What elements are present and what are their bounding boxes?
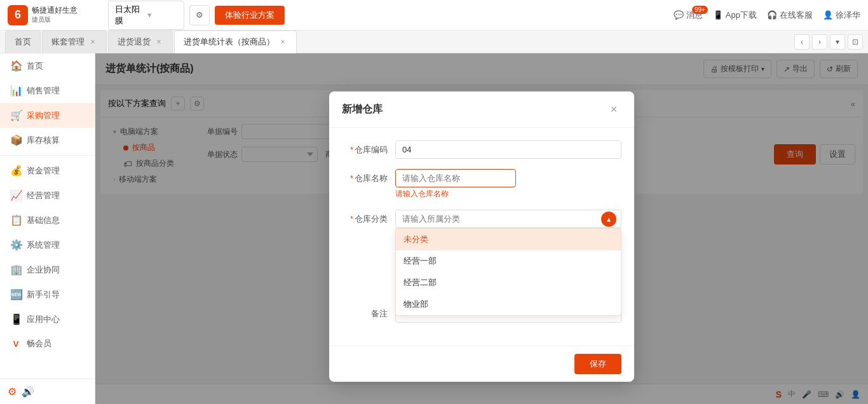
modal-close-button[interactable]: × [606,102,621,117]
tab-purchase-return-close[interactable]: × [154,37,163,46]
modal-footer: 保存 [329,346,634,382]
chevron-down-icon: ▾ [147,10,177,20]
sidebar-item-finance-label: 资金管理 [27,165,60,177]
sidebar-item-home-label: 首页 [27,60,43,72]
sidebar-item-home[interactable]: 🏠 首页 [0,53,95,78]
dropdown-option-unclassified[interactable]: 未分类 [396,229,621,250]
form-code-input[interactable] [395,140,621,159]
sidebar-item-finance[interactable]: 💰 资金管理 [0,158,95,183]
dropdown-option-property[interactable]: 物业部 [396,293,621,315]
modal-body: 仓库编码 仓库名称 请输入仓库名称 仓库分类 [329,128,634,346]
sidebar-item-system[interactable]: ⚙️ 系统管理 [0,232,95,257]
category-dropdown: ▴ [395,210,621,228]
category-dropdown-list: 未分类 经营一部 经营二部 物业部 [395,228,621,316]
headset-icon: 🎧 [767,10,777,20]
form-row-name: 仓库名称 请输入仓库名称 [342,169,621,199]
volume-icon[interactable]: 🔊 [22,386,34,398]
user-menu[interactable]: 👤 徐泽华 [823,10,860,21]
trial-button[interactable]: 体验行业方案 [215,6,285,25]
store-name: 日太阳膜 [115,4,145,27]
dropdown-option-ops1[interactable]: 经营一部 [396,250,621,272]
form-row-code: 仓库编码 [342,140,621,159]
tab-account-label: 账套管理 [51,36,85,48]
tab-home-label: 首页 [15,36,31,48]
sidebar-item-operations[interactable]: 📈 经营管理 [0,183,95,208]
tab-menu-button[interactable]: ▾ [830,34,845,50]
category-dropdown-arrow[interactable]: ▴ [601,212,616,227]
sidebar-item-newbie-label: 新手引导 [27,289,60,300]
sidebar-item-member[interactable]: V 畅会员 [0,332,95,356]
modal-header: 新增仓库 × [329,91,634,128]
tab-account-close[interactable]: × [88,37,97,46]
logo-text: 畅捷通好生意 [32,6,78,16]
settings-bottom-icon[interactable]: ⚙ [8,386,17,398]
form-note-label: 备注 [342,304,388,320]
sidebar-item-enterprise-label: 企业协同 [27,264,60,276]
app-download-label: App下载 [726,10,757,21]
logo: 6 畅捷通好生意 捷员版 [8,5,103,25]
finance-icon: 💰 [10,165,22,177]
sidebar-item-member-label: 畅会员 [27,338,51,349]
sidebar-item-purchase[interactable]: 🛒 采购管理 [0,103,95,128]
sidebar-item-sales-label: 销售管理 [27,85,60,97]
tab-next-button[interactable]: › [812,34,827,50]
sidebar-item-sales[interactable]: 📊 销售管理 [0,78,95,103]
tab-purchase-stat[interactable]: 进货单统计表（按商品） × [174,30,297,53]
tab-purchase-stat-label: 进货单统计表（按商品） [184,36,275,48]
logo-sub: 捷员版 [32,15,78,24]
operations-icon: 📈 [10,189,22,201]
form-name-error: 请输入仓库名称 [395,189,621,199]
stock-icon: 📦 [10,134,22,146]
form-name-input[interactable] [395,169,516,187]
form-code-label: 仓库编码 [342,140,388,156]
gear-icon: ⚙ [196,10,203,20]
base-icon: 📋 [10,214,22,226]
system-icon: ⚙️ [10,239,22,251]
messages-badge: 99+ [692,6,708,14]
sidebar-item-purchase-label: 采购管理 [27,110,60,121]
sidebar-item-operations-label: 经营管理 [27,190,60,201]
sidebar-item-appcenter[interactable]: 📱 应用中心 [0,307,95,332]
tab-purchase-stat-close[interactable]: × [278,37,287,46]
modal-save-button[interactable]: 保存 [574,354,621,374]
store-selector[interactable]: 日太阳膜 ▾ [108,1,184,30]
newbie-icon: 🆕 [10,288,22,300]
tab-bar: 首页 账套管理 × 进货退货 × 进货单统计表（按商品） × ‹ › ▾ ⊡ [0,30,868,53]
sales-icon: 📊 [10,84,22,97]
sidebar-item-appcenter-label: 应用中心 [27,314,60,325]
tab-account[interactable]: 账套管理 × [42,30,107,53]
sidebar-item-system-label: 系统管理 [27,239,60,251]
sidebar-item-base[interactable]: 📋 基础信息 [0,208,95,232]
sidebar-item-newbie[interactable]: 🆕 新手引导 [0,282,95,307]
purchase-icon: 🛒 [10,109,22,121]
new-warehouse-modal: 新增仓库 × 仓库编码 仓库名称 请输入仓库名称 [329,91,634,382]
modal-title: 新增仓库 [342,103,383,116]
sidebar-item-stock[interactable]: 📦 库存核算 [0,128,95,152]
sidebar-bottom: ⚙ 🔊 [0,379,95,404]
modal-overlay: 新增仓库 × 仓库编码 仓库名称 请输入仓库名称 [95,53,868,404]
messages-button[interactable]: 💬 消息 99+ [674,10,703,21]
app-download-button[interactable]: 📱 App下载 [713,10,757,21]
form-category-label: 仓库分类 [342,210,388,225]
home-icon: 🏠 [10,60,22,72]
sidebar-item-base-label: 基础信息 [27,215,60,226]
enterprise-icon: 🏢 [10,264,22,276]
form-row-category: 仓库分类 ▴ 未分类 经营一部 经营二部 物业部 [342,210,621,228]
tab-purchase-return[interactable]: 进货退货 × [108,30,173,53]
username: 徐泽华 [836,10,860,21]
sidebar-item-stock-label: 库存核算 [27,135,60,146]
content-area: 进货单统计(按商品) 🖨 按模板打印 ▾ ↗ 导出 ↺ 刷新 [95,53,868,404]
settings-button[interactable]: ⚙ [189,5,210,25]
category-dropdown-input[interactable] [395,210,621,228]
sidebar: 🏠 首页 📊 销售管理 🛒 采购管理 📦 库存核算 💰 资金管理 📈 经营管理 … [0,53,95,404]
logo-icon: 6 [8,5,28,25]
sidebar-item-enterprise[interactable]: 🏢 企业协同 [0,257,95,282]
online-service-button[interactable]: 🎧 在线客服 [767,10,813,21]
tab-prev-button[interactable]: ‹ [794,34,810,50]
user-icon: 👤 [823,10,833,20]
tab-fullscreen-button[interactable]: ⊡ [848,34,863,50]
tab-purchase-return-label: 进货退货 [118,36,151,48]
tab-home[interactable]: 首页 [5,30,41,53]
appcenter-icon: 📱 [10,313,22,325]
dropdown-option-ops2[interactable]: 经营二部 [396,272,621,293]
